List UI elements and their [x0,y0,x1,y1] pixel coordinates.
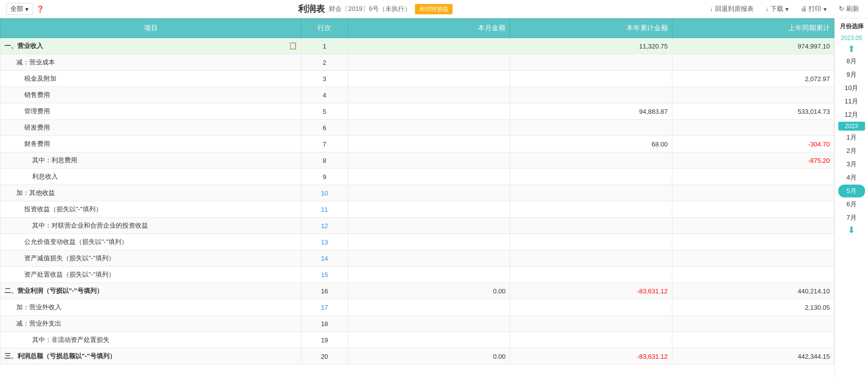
top-bar-left: 全部 ▾ ❓ [6,3,44,15]
cell-lastyear [672,218,834,234]
table-row: 其中：对联营企业和合营企业的投资收益12 [0,218,834,234]
scope-selector[interactable]: 全部 ▾ [6,3,33,15]
cell-lastyear: 533,014.73 [672,103,834,120]
cell-year [510,250,672,267]
cell-year: 68.00 [510,136,672,152]
col-header-month: 本月金额 [348,19,510,38]
sidebar-month-item[interactable]: 10月 [838,82,865,95]
cell-year [510,316,672,332]
table-row: 税金及附加32,072.97 [0,71,834,87]
cell-rownum: 3 [302,71,348,87]
cell-year [510,267,672,283]
right-sidebar: 月份选择 2023.05 ⬆ 8月9月10月11月12月20231月2月3月4月… [834,18,868,379]
cell-month [348,234,510,250]
cell-rownum: 5 [302,103,348,120]
sidebar-month-item[interactable]: 12月 [838,108,865,121]
cell-month [348,316,510,332]
table-row: 其中：非流动资产处置损失19 [0,332,834,348]
cell-rownum: 12 [302,218,348,234]
cell-year [510,332,672,348]
table-row: 公允价值变动收益（损失以"-"填列）13 [0,234,834,250]
cell-year: -83,631.12 [510,348,672,365]
sidebar-month-item[interactable]: 4月 [838,171,865,184]
table-row: 减：营业外支出18 [0,316,834,332]
cell-lastyear: 440,214.10 [672,283,834,299]
cell-lastyear [672,87,834,103]
table-row: 二、营业利润（亏损以"-"号填列）160.00-83,631.12440,214… [0,283,834,299]
cell-name: 财务费用 [0,136,302,152]
table-row: 销售费用4 [0,87,834,103]
print-button[interactable]: 🖨 打印 ▾ [798,3,830,14]
cell-month [348,267,510,283]
sidebar-month-item[interactable]: 1月 [838,131,865,144]
sidebar-month-item[interactable]: 7月 [838,211,865,224]
cell-lastyear [672,120,834,136]
table-row: 投资收益（损失以"-"填列）11 [0,201,834,218]
help-icon[interactable]: ❓ [36,5,44,13]
cell-rownum: 9 [302,169,348,185]
cell-month [348,136,510,152]
cell-rownum: 17 [302,299,348,316]
cell-month [348,218,510,234]
cell-name: 研发费用 [0,120,302,136]
cell-lastyear [672,169,834,185]
cell-year [510,234,672,250]
sidebar-month-item[interactable]: 6月 [838,198,865,211]
table-row: 管理费用594,883.87533,014.73 [0,103,834,120]
table-row: 研发费用6 [0,120,834,136]
cell-name: 减：营业成本 [0,54,302,71]
cell-lastyear [672,316,834,332]
top-bar-right: ↓ 回退到原报表 ↓ 下载 ▾ 🖨 打印 ▾ ↻ 刷新 [707,3,863,14]
cell-rownum: 19 [302,332,348,348]
sidebar-up-arrow[interactable]: ⬆ [848,45,855,53]
sidebar-month-item[interactable]: 11月 [838,95,865,108]
sidebar-month-item[interactable]: 3月 [838,158,865,171]
top-bar: 全部 ▾ ❓ 利润表 财会〔2019〕6号（未执行） 未结转损益 ↓ 回退到原报… [0,0,868,18]
col-header-lastyear: 上年同期累计 [672,19,834,38]
cell-name: 税金及附加 [0,71,302,87]
sidebar-down-arrow[interactable]: ⬇ [848,226,855,235]
cell-rownum: 20 [302,348,348,365]
cell-name: 三、利润总额（亏损总额以"-"号填列） [0,348,302,365]
cell-name: 资产减值损失（损失以"-"填列） [0,250,302,267]
edit-icon[interactable]: 📋 [289,42,297,49]
sidebar-month-item[interactable]: 8月 [838,55,865,68]
cell-rownum: 2 [302,54,348,71]
cell-rownum: 15 [302,267,348,283]
cell-month [348,54,510,71]
sidebar-month-item[interactable]: 9月 [838,68,865,81]
scope-dropdown-icon: ▾ [25,5,29,13]
cell-month [348,87,510,103]
sidebar-month-item[interactable]: 2023 [838,122,865,131]
cell-year [510,152,672,169]
table-row: 加：营业外收入172,130.05 [0,299,834,316]
cell-year [510,169,672,185]
cell-rownum: 10 [302,185,348,201]
cell-rownum: 11 [302,201,348,218]
cell-month [348,120,510,136]
cell-month: 0.00 [348,348,510,365]
cell-year [510,201,672,218]
cell-name: 二、营业利润（亏损以"-"号填列） [0,283,302,299]
back-button[interactable]: ↓ 回退到原报表 [707,3,757,14]
cell-lastyear: 442,344.15 [672,348,834,365]
cell-lastyear [672,201,834,218]
col-header-year: 本年累计金额 [510,19,672,38]
table-row: 加：其他收益10 [0,185,834,201]
sidebar-month-item[interactable]: 2月 [838,144,865,157]
download-button[interactable]: ↓ 下载 ▾ [763,3,792,14]
cell-year [510,87,672,103]
sidebar-year-display: 2023.05 [841,35,862,42]
sidebar-month-item[interactable]: 5月 [838,185,865,197]
cell-month [348,152,510,169]
cell-name: 其中：非流动资产处置损失 [0,332,302,348]
table-row: 三、利润总额（亏损总额以"-"号填列）200.00-83,631.12442,3… [0,348,834,365]
refresh-button[interactable]: ↻ 刷新 [836,3,862,14]
top-bar-center: 利润表 财会〔2019〕6号（未执行） 未结转损益 [298,3,453,15]
cell-lastyear: -304.70 [672,136,834,152]
cell-lastyear [672,332,834,348]
col-header-rownum: 行次 [302,19,348,38]
table-header-row: 项目 行次 本月金额 本年累计金额 上年同期累计 [0,19,834,38]
table-row: 资产减值损失（损失以"-"填列）14 [0,250,834,267]
cell-month [348,103,510,120]
